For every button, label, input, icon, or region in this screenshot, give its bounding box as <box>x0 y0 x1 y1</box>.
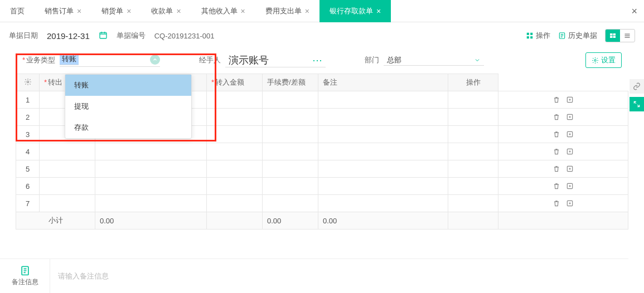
view-grid-button[interactable] <box>606 30 620 42</box>
cell[interactable] <box>448 126 498 143</box>
calendar-icon[interactable] <box>99 31 108 41</box>
close-icon[interactable]: × <box>241 7 245 16</box>
settings-button[interactable]: 设置 <box>585 52 622 68</box>
row-num: 4 <box>16 143 40 160</box>
cell[interactable] <box>448 143 498 160</box>
tab-receipt[interactable]: 收款单× <box>141 0 191 22</box>
expand-icon[interactable] <box>630 97 644 111</box>
tab-sales-order[interactable]: 销售订单× <box>35 0 91 22</box>
table-row[interactable]: 4 <box>16 143 628 160</box>
cell[interactable] <box>207 178 263 195</box>
col-transfer-in-amt: *转入金额 <box>207 74 263 91</box>
cell[interactable] <box>207 160 263 178</box>
cell[interactable] <box>318 126 448 143</box>
add-icon[interactable] <box>566 113 574 121</box>
remark-tab[interactable]: 备注信息 <box>0 259 50 293</box>
delete-icon[interactable] <box>553 182 560 190</box>
table-row[interactable]: 6 <box>16 178 628 195</box>
doc-header: 单据日期 2019-12-31 单据编号 CQ-20191231-001 操作 … <box>0 22 644 49</box>
ellipsis-icon[interactable]: ⋯ <box>312 54 322 66</box>
cell[interactable] <box>263 195 318 212</box>
cell[interactable] <box>207 126 263 143</box>
tab-bar: 首页 销售订单× 销货单× 收款单× 其他收入单× 费用支出单× 银行存取款单×… <box>0 0 644 22</box>
delete-icon[interactable] <box>553 113 560 121</box>
ops-link[interactable]: 操作 <box>526 31 550 41</box>
cell[interactable] <box>318 109 448 126</box>
table-row[interactable]: 7 <box>16 195 628 212</box>
svg-rect-7 <box>613 33 616 36</box>
add-icon[interactable] <box>566 148 574 155</box>
tab-home[interactable]: 首页 <box>0 0 35 22</box>
remark-input[interactable] <box>50 259 628 293</box>
cell[interactable] <box>207 143 263 160</box>
col-actions: 操作 <box>448 74 498 91</box>
note-icon <box>20 265 31 276</box>
cell[interactable] <box>263 109 318 126</box>
doc-no-value: CQ-20191231-001 <box>154 32 215 40</box>
cell[interactable] <box>318 178 448 195</box>
tab-other-income[interactable]: 其他收入单× <box>191 0 255 22</box>
cell[interactable] <box>95 195 207 212</box>
view-list-button[interactable] <box>620 30 635 42</box>
tab-bank-transfer[interactable]: 银行存取款单× <box>319 0 391 22</box>
date-value[interactable]: 2019-12-31 <box>47 31 90 41</box>
tab-expense[interactable]: 费用支出单× <box>255 0 319 22</box>
cell[interactable] <box>95 143 207 160</box>
cell[interactable] <box>318 143 448 160</box>
add-icon[interactable] <box>566 130 574 138</box>
add-icon[interactable] <box>566 182 574 190</box>
cell[interactable] <box>95 178 207 195</box>
delete-icon[interactable] <box>553 96 560 104</box>
row-num: 7 <box>16 195 40 212</box>
close-all-icon[interactable]: × <box>631 6 637 17</box>
cell[interactable] <box>448 109 498 126</box>
close-icon[interactable]: × <box>305 7 309 16</box>
cell[interactable] <box>263 143 318 160</box>
cell[interactable] <box>40 178 95 195</box>
add-icon[interactable] <box>566 96 574 104</box>
delete-icon[interactable] <box>553 130 560 138</box>
handler-input[interactable]: 演示账号 ⋯ <box>225 53 326 67</box>
close-icon[interactable]: × <box>127 7 131 16</box>
cell[interactable] <box>318 195 448 212</box>
add-icon[interactable] <box>566 199 574 207</box>
cell[interactable] <box>263 160 318 178</box>
dropdown-option-transfer[interactable]: 转账 <box>65 75 191 96</box>
chevron-up-icon[interactable] <box>150 55 160 65</box>
cell[interactable] <box>318 160 448 178</box>
close-icon[interactable]: × <box>176 7 181 16</box>
link-icon[interactable] <box>630 79 644 94</box>
close-icon[interactable]: × <box>376 7 381 16</box>
delete-icon[interactable] <box>553 148 560 155</box>
tab-shipment[interactable]: 销货单× <box>91 0 141 22</box>
cell[interactable] <box>207 91 263 109</box>
svg-rect-11 <box>625 36 630 37</box>
add-icon[interactable] <box>566 165 574 173</box>
cell[interactable] <box>448 160 498 178</box>
chevron-down-icon <box>474 57 481 64</box>
gear-header[interactable] <box>16 74 40 91</box>
delete-icon[interactable] <box>553 199 560 207</box>
cell[interactable] <box>318 91 448 109</box>
cell[interactable] <box>95 160 207 178</box>
cell[interactable] <box>40 195 95 212</box>
dept-select[interactable]: 总部 <box>384 55 484 66</box>
dropdown-option-withdraw[interactable]: 提现 <box>65 96 191 117</box>
cell[interactable] <box>448 91 498 109</box>
biz-type-input[interactable]: 转账 <box>60 53 79 65</box>
close-icon[interactable]: × <box>77 7 81 16</box>
delete-icon[interactable] <box>553 165 560 173</box>
table-row[interactable]: 5 <box>16 160 628 178</box>
cell[interactable] <box>263 91 318 109</box>
cell[interactable] <box>263 126 318 143</box>
doc-no-label: 单据编号 <box>117 31 146 41</box>
cell[interactable] <box>448 178 498 195</box>
cell[interactable] <box>40 160 95 178</box>
history-link[interactable]: 历史单据 <box>558 31 597 41</box>
dropdown-option-deposit[interactable]: 存款 <box>65 117 191 138</box>
cell[interactable] <box>207 195 263 212</box>
cell[interactable] <box>448 195 498 212</box>
cell[interactable] <box>40 143 95 160</box>
cell[interactable] <box>263 178 318 195</box>
cell[interactable] <box>207 109 263 126</box>
